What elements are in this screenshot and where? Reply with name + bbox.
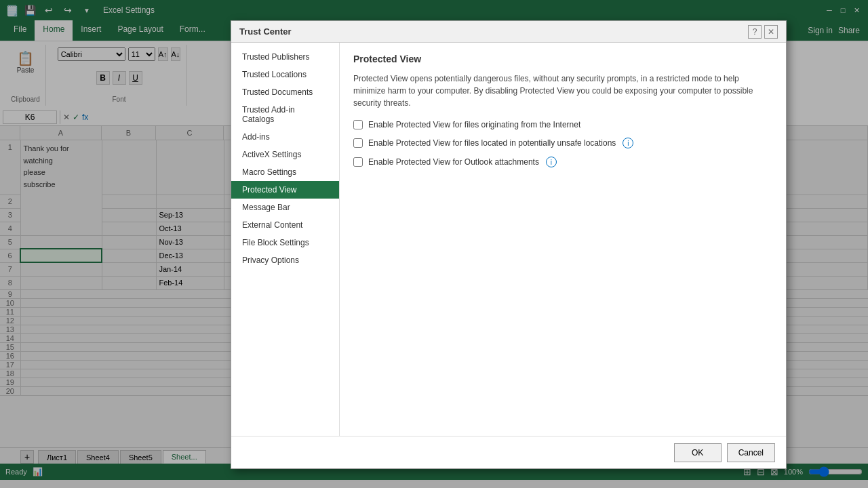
dialog-titlebar: Trust Center ? ✕ [231,21,786,43]
content-title: Protected View [353,54,772,64]
checkbox-row-internet: Enable Protected View for files originat… [353,120,772,129]
info-icon-outlook[interactable]: i [546,157,557,167]
modal-overlay: Trust Center ? ✕ Trusted Publishers Trus… [0,0,868,488]
content-description: Protected View opens potentially dangero… [353,73,772,109]
nav-item-activex[interactable]: ActiveX Settings [231,146,339,163]
checkbox-unsafe-label: Enable Protected View for files located … [368,138,616,148]
checkbox-row-outlook: Enable Protected View for Outlook attach… [353,157,772,167]
nav-item-trusted-documents[interactable]: Trusted Documents [231,83,339,101]
checkbox-row-unsafe: Enable Protected View for files located … [353,138,772,148]
nav-item-macro[interactable]: Macro Settings [231,163,339,181]
dialog-footer: OK Cancel [231,436,786,468]
cancel-button[interactable]: Cancel [727,443,775,462]
info-icon-unsafe[interactable]: i [623,138,633,148]
checkbox-outlook[interactable] [353,157,363,167]
nav-item-message-bar[interactable]: Message Bar [231,199,339,216]
nav-item-file-block[interactable]: File Block Settings [231,234,339,251]
nav-item-trusted-addin[interactable]: Trusted Add-in Catalogs [231,101,339,128]
checkbox-internet[interactable] [353,120,363,129]
dialog-body: Trusted Publishers Trusted Locations Tru… [231,43,786,436]
checkbox-internet-label: Enable Protected View for files originat… [368,120,580,129]
nav-item-privacy-options[interactable]: Privacy Options [231,251,339,269]
nav-item-add-ins[interactable]: Add-ins [231,128,339,146]
dialog-nav: Trusted Publishers Trusted Locations Tru… [231,43,340,436]
dialog-help-button[interactable]: ? [748,25,762,39]
trust-center-dialog: Trust Center ? ✕ Trusted Publishers Trus… [231,20,787,469]
excel-background: 🗒️ 💾 ↩ ↪ ▼ Excel Settings ─ □ ✕ File Hom… [0,0,868,488]
nav-item-external-content[interactable]: External Content [231,216,339,234]
dialog-title: Trust Center [239,26,292,37]
checkbox-outlook-label: Enable Protected View for Outlook attach… [368,157,539,167]
dialog-content-area: Protected View Protected View opens pote… [340,43,786,436]
nav-item-trusted-publishers[interactable]: Trusted Publishers [231,48,339,66]
dialog-controls: ? ✕ [748,25,778,39]
checkbox-unsafe[interactable] [353,138,363,148]
nav-item-protected-view[interactable]: Protected View [231,181,339,199]
dialog-close-button[interactable]: ✕ [764,25,778,39]
ok-button[interactable]: OK [674,443,722,462]
nav-item-trusted-locations[interactable]: Trusted Locations [231,66,339,83]
